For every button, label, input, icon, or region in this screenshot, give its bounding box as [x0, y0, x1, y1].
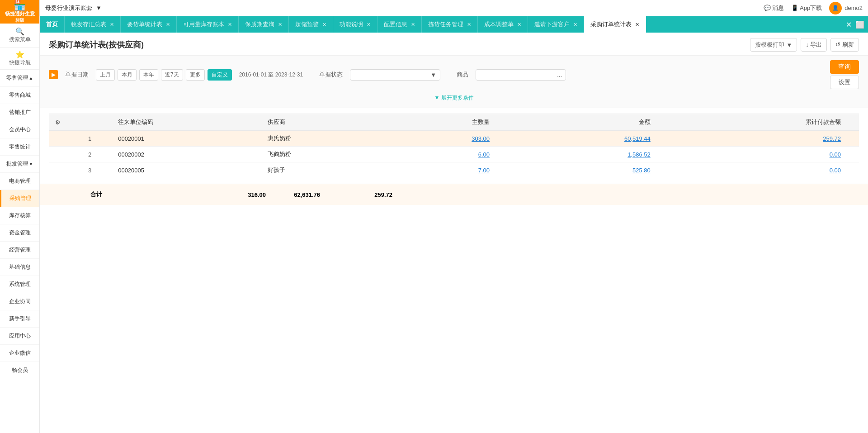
query-button[interactable]: 查询 [830, 60, 859, 74]
tabbar-maximize[interactable]: ⬜ [855, 20, 864, 29]
ellipsis-icon: ... [557, 71, 562, 78]
tab-inventory-ledger[interactable]: 可用量库存账本 ✕ [177, 16, 239, 33]
date-btn-this-month[interactable]: 本月 [118, 69, 137, 81]
export-icon: ↓ [806, 41, 809, 48]
sidebar-item-app-center[interactable]: 应用中心 [0, 328, 39, 345]
tabbar-close-all[interactable]: ✕ [846, 20, 852, 29]
tabbar: 首页 收发存汇总表 ✕ 要货单统计表 ✕ 可用量库存账本 ✕ 保质期查询 ✕ 超… [40, 16, 868, 33]
row-expand[interactable] [49, 162, 67, 178]
expand-more-btn[interactable]: ▼ 展开更多条件 [430, 93, 477, 103]
tab-pick-task[interactable]: 拣货任务管理 ✕ [422, 16, 478, 33]
date-btn-last-month[interactable]: 上月 [96, 69, 115, 81]
sidebar-item-retail-mall[interactable]: 零售商城 [0, 87, 39, 104]
refresh-button[interactable]: ↺ 刷新 [830, 38, 859, 52]
message-icon: 💬 [764, 5, 771, 11]
tab-home[interactable]: 首页 [40, 16, 65, 33]
app-download-btn[interactable]: 📱 App下载 [791, 4, 822, 12]
export-label: 导出 [810, 41, 822, 48]
sidebar-operation-label: 经营管理 [9, 246, 31, 254]
template-print-button[interactable]: 按模板打印 ▼ [750, 38, 797, 52]
tab-validity[interactable]: 保质期查询 ✕ [239, 16, 289, 33]
toggle-filter-button[interactable]: ▶ [49, 70, 58, 79]
tab-receivable-close[interactable]: ✕ [110, 22, 114, 28]
message-btn[interactable]: 💬 消息 [764, 4, 784, 12]
sidebar-item-sys-mgmt[interactable]: 系统管理 [0, 276, 39, 293]
workspace-dropdown-icon[interactable]: ▼ [96, 5, 102, 11]
logo-sub: 标版 [15, 17, 24, 23]
row-paid[interactable]: 0.00 [669, 162, 859, 178]
status-select[interactable]: ▼ [350, 69, 440, 81]
tab-cost-adjust[interactable]: 成本调整单 ✕ [478, 16, 528, 33]
sidebar-item-member2[interactable]: 畅会员 [0, 362, 39, 379]
sidebar-item-member[interactable]: 会员中心 [0, 121, 39, 138]
tab-purchase-stats[interactable]: 采购订单统计表 ✕ [584, 16, 646, 33]
sidebar-item-enterprise-wx[interactable]: 企业微信 [0, 345, 39, 362]
tab-goods-stats[interactable]: 要货单统计表 ✕ [121, 16, 177, 33]
row-amount[interactable]: 525.80 [508, 162, 669, 178]
sidebar-item-marketing[interactable]: 营销推广 [0, 104, 39, 121]
tab-purchasestats-close[interactable]: ✕ [635, 22, 639, 28]
export-button[interactable]: ↓ 导出 [801, 38, 827, 52]
sidebar-item-purchase[interactable]: 采购管理 [0, 190, 39, 207]
row-amount[interactable]: 60,519.44 [508, 131, 669, 147]
row-paid[interactable]: 259.72 [669, 131, 859, 147]
sidebar-item-finance[interactable]: 资金管理 [0, 224, 39, 242]
table-header-row: ⚙ 往来单位编码 供应商 主数量 金额 [49, 114, 859, 131]
sidebar-item-new-guide[interactable]: 新手引导 [0, 310, 39, 328]
date-btn-custom[interactable]: 自定义 [208, 69, 232, 81]
chevron-up-icon: ▲ [29, 76, 33, 81]
sidebar-item-inventory[interactable]: 库存核算 [0, 207, 39, 224]
table-area: ⚙ 往来单位编码 供应商 主数量 金额 [40, 108, 868, 184]
sidebar-item-base-info[interactable]: 基础信息 [0, 259, 39, 276]
tab-receivable-label: 收发存汇总表 [71, 20, 106, 29]
date-btn-7days[interactable]: 近7天 [161, 69, 183, 81]
tab-receivable[interactable]: 收发存汇总表 ✕ [65, 16, 121, 33]
row-qty[interactable]: 7.00 [373, 162, 508, 178]
row-amount[interactable]: 1,586.52 [508, 147, 669, 162]
sidebar-retailmgmt-label: 零售管理 [6, 74, 28, 82]
row-qty[interactable]: 6.00 [373, 147, 508, 162]
tab-func-desc[interactable]: 功能说明 ✕ [333, 16, 377, 33]
sidebar-item-wholesale[interactable]: 批发管理 ▼ [0, 156, 39, 173]
table-row: 1 00020001 惠氏奶粉 303.00 60,519.44 259.72 [49, 131, 859, 147]
row-paid[interactable]: 0.00 [669, 147, 859, 162]
refresh-label: 刷新 [842, 41, 854, 48]
topbar: 母婴行业演示账套 ▼ 💬 消息 📱 App下载 👤 demo2 [40, 0, 868, 16]
table-row: 2 00020002 飞鹤奶粉 6.00 1,586.52 0.00 [49, 147, 859, 162]
sidebar-member2-label: 畅会员 [12, 366, 28, 374]
tab-goodsstats-close[interactable]: ✕ [166, 22, 170, 28]
tab-validity-label: 保质期查询 [245, 20, 274, 29]
sidebar-appcenter-label: 应用中心 [9, 332, 31, 340]
app-download-icon: 📱 [791, 5, 798, 11]
sidebar-search-label: 搜索菜单 [3, 36, 37, 43]
row-expand[interactable] [49, 131, 67, 147]
tab-picktask-close[interactable]: ✕ [467, 22, 471, 28]
tab-invitedownstream-close[interactable]: ✕ [573, 22, 577, 28]
tab-config[interactable]: 配置信息 ✕ [377, 16, 422, 33]
tab-overstock-label: 超储预警 [295, 20, 319, 29]
sidebar-item-search[interactable]: 🔍 搜索菜单 [0, 24, 39, 48]
tab-validity-close[interactable]: ✕ [278, 22, 282, 28]
date-btn-this-year[interactable]: 本年 [139, 69, 158, 81]
date-btn-more[interactable]: 更多 [186, 69, 205, 81]
row-expand[interactable] [49, 147, 67, 162]
settings-button[interactable]: 设置 [830, 76, 859, 89]
sidebar-item-enterprise[interactable]: 企业协同 [0, 293, 39, 310]
sidebar-item-ecommerce[interactable]: 电商管理 [0, 173, 39, 190]
user-info[interactable]: 👤 demo2 [829, 2, 863, 14]
tab-funcdesc-close[interactable]: ✕ [367, 22, 371, 28]
tab-costadjust-close[interactable]: ✕ [517, 22, 521, 28]
sidebar-item-retail-mgmt[interactable]: 零售管理 ▲ [0, 70, 39, 87]
tab-goodsstats-label: 要货单统计表 [127, 20, 162, 29]
tab-config-close[interactable]: ✕ [411, 22, 415, 28]
tab-inventoryledger-close[interactable]: ✕ [228, 22, 232, 28]
sidebar-item-operation[interactable]: 经营管理 [0, 242, 39, 259]
goods-input[interactable]: ... [476, 69, 566, 81]
tab-overstock[interactable]: 超储预警 ✕ [289, 16, 333, 33]
sidebar-item-quick-nav[interactable]: ⭐ 快捷导航 [0, 48, 39, 70]
tab-invite-downstream[interactable]: 邀请下游客户 ✕ [528, 16, 584, 33]
sidebar-item-retail-stats[interactable]: 零售统计 [0, 138, 39, 156]
col-settings[interactable]: ⚙ [49, 114, 67, 131]
row-qty[interactable]: 303.00 [373, 131, 508, 147]
tab-overstock-close[interactable]: ✕ [322, 22, 326, 28]
